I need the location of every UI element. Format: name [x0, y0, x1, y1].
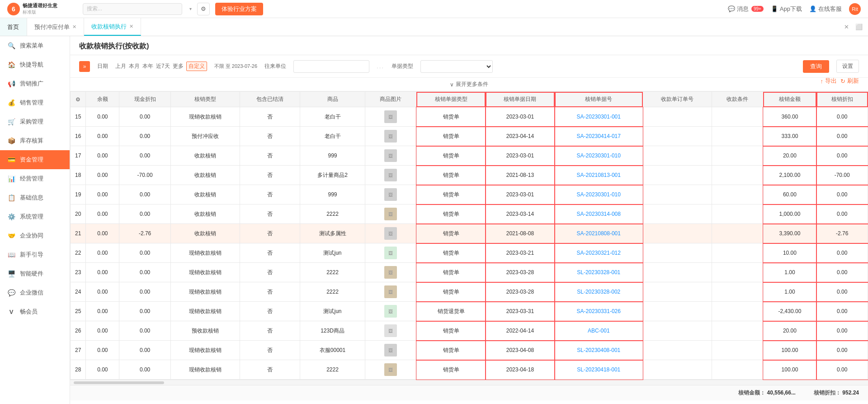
row-receipt-order-no — [643, 321, 712, 341]
row-cancel-amount: 20.00 — [763, 321, 816, 341]
sidebar-item-search[interactable]: 🔍 搜索菜单 — [0, 36, 70, 55]
row-settings-icon[interactable]: 18 — [71, 166, 86, 185]
table-row: 240.000.00现销收款核销否2222🖼销货单2023-03-28SL-20… — [71, 282, 868, 302]
row-settings-icon[interactable]: 21 — [71, 224, 86, 243]
cancel-number-link[interactable]: SA-20230301-010 — [577, 191, 621, 198]
cancel-number-link[interactable]: SL-20230408-001 — [577, 347, 620, 353]
date-this-year[interactable]: 本年 — [142, 62, 153, 70]
row-goods-img: 🖼 — [365, 243, 416, 263]
filter-settings-button[interactable]: 设置 — [836, 60, 859, 73]
messages-button[interactable]: 💬 消息 99+ — [728, 5, 764, 13]
row-cash-discount: 0.00 — [119, 146, 170, 166]
table-footer: 核销金额： 40,556,66... 核销折扣： 952.24 — [70, 385, 868, 400]
row-settings-icon[interactable]: 15 — [71, 107, 86, 127]
sidebar-item-inventory[interactable]: 📦 库存核算 — [0, 131, 70, 150]
cancel-number-link[interactable]: SA-20230301-010 — [577, 152, 621, 159]
row-receipt-order-no — [643, 166, 712, 185]
date-last-month[interactable]: 上月 — [115, 62, 126, 70]
main-layout: 🔍 搜索菜单 🏠 快捷导航 📢 营销推广 💰 销售管理 🛒 采购管理 📦 库存核… — [0, 36, 868, 404]
row-goods-img: 🖼 — [365, 263, 416, 282]
cancel-number-link[interactable]: SA-20230301-001 — [577, 114, 621, 120]
row-settings-icon[interactable]: 26 — [71, 321, 86, 341]
app-download-button[interactable]: 📱 App下载 — [771, 5, 802, 13]
row-cancel-type: 预收款核销 — [170, 321, 240, 341]
cancel-number-link[interactable]: SA-20230321-012 — [577, 250, 621, 256]
col-header-goods-img: 商品图片 — [365, 92, 416, 107]
query-button[interactable]: 查询 — [803, 60, 829, 73]
row-settings-icon[interactable]: 22 — [71, 243, 86, 263]
dropdown-arrow-icon[interactable]: ▾ — [189, 6, 192, 11]
date-this-month[interactable]: 本月 — [129, 62, 140, 70]
cancel-number-link[interactable]: SL-20230328-002 — [577, 289, 620, 295]
cancel-number-link[interactable]: SA-20230314-008 — [577, 211, 621, 217]
sidebar-item-marketing[interactable]: 📢 营销推广 — [0, 74, 70, 93]
sidebar-item-sales[interactable]: 💰 销售管理 — [0, 93, 70, 112]
avatar[interactable]: Rit — [849, 3, 861, 15]
tab-prepay-label: 预付冲应付单 — [34, 23, 70, 31]
cancel-number-link[interactable]: ABC-001 — [588, 328, 610, 334]
cancel-number-link[interactable]: SA-20210808-001 — [577, 230, 621, 237]
logo-area: 6 畅捷通谱好生意 标准版 — [7, 2, 77, 15]
row-settings-icon[interactable]: 17 — [71, 146, 86, 166]
sidebar-item-purchase[interactable]: 🛒 采购管理 — [0, 112, 70, 131]
row-settings-icon[interactable]: 27 — [71, 341, 86, 360]
sidebar-item-guide[interactable]: 📖 新手引导 — [0, 245, 70, 264]
row-goods: 多计量商品2 — [300, 166, 365, 185]
sidebar-item-operation[interactable]: 📊 经营管理 — [0, 169, 70, 188]
sidebar-item-hardware[interactable]: 🖥️ 智能硬件 — [0, 264, 70, 283]
counterpart-input[interactable] — [293, 60, 369, 73]
settings-icon[interactable]: ⚙ — [197, 3, 210, 15]
row-goods-img: 🖼 — [365, 127, 416, 146]
tab-prepay[interactable]: 预付冲应付单 ✕ — [27, 18, 84, 36]
sidebar-item-wechat[interactable]: 💬 企业微信 — [0, 283, 70, 302]
row-settings-icon[interactable]: 20 — [71, 204, 86, 224]
row-settings-icon[interactable]: 28 — [71, 360, 86, 380]
expand-more-bar[interactable]: ∨ 展开更多条件 — [70, 78, 868, 91]
row-include-settled: 否 — [240, 263, 300, 282]
cancel-number-link[interactable]: SL-20230418-001 — [577, 366, 620, 373]
row-settings-icon[interactable]: 24 — [71, 282, 86, 302]
filter-expand-button[interactable]: » — [79, 61, 90, 72]
row-balance: 0.00 — [86, 224, 119, 243]
export-button[interactable]: ↑ 导出 — [821, 77, 837, 85]
sidebar-item-system[interactable]: ⚙️ 系统管理 — [0, 207, 70, 226]
online-service-button[interactable]: 👤 在线客服 — [809, 5, 842, 13]
cancel-number-link[interactable]: SA-20230414-017 — [577, 133, 621, 139]
sidebar-item-cooperation[interactable]: 🤝 企业协同 — [0, 226, 70, 245]
row-cancel-date: 2023-03-28 — [486, 263, 555, 282]
tab-home[interactable]: 首页 — [0, 18, 27, 36]
row-settings-icon[interactable]: 19 — [71, 185, 86, 204]
table-row: 270.000.00现销收款核销否衣服00001🖼销货单2023-04-08SL… — [71, 341, 868, 360]
row-settings-icon[interactable]: 16 — [71, 127, 86, 146]
cancel-number-link[interactable]: SL-20230328-001 — [577, 269, 620, 276]
sidebar-item-finance[interactable]: 💳 资金管理 — [0, 150, 70, 169]
date-more[interactable]: 更多 — [173, 62, 184, 70]
cancel-number-link[interactable]: SA-20230331-026 — [577, 308, 621, 314]
cancel-number-link[interactable]: SA-20210813-001 — [577, 172, 621, 178]
tab-expand-icon[interactable]: ⬜ — [854, 22, 864, 33]
sidebar-item-quicknav[interactable]: 🏠 快捷导航 — [0, 55, 70, 74]
row-goods-img: 🖼 — [365, 204, 416, 224]
row-goods-img: 🖼 — [365, 185, 416, 204]
row-cancel-voucher-type: 销货退货单 — [416, 302, 486, 321]
row-settings-icon[interactable]: 25 — [71, 302, 86, 321]
row-cancel-discount: 0.00 — [816, 341, 868, 360]
horizontal-scrollbar[interactable] — [70, 380, 868, 385]
date-custom[interactable]: 自定义 — [186, 62, 207, 71]
top-search-bar: 搜索... — [83, 3, 182, 15]
tab-prepay-close-icon[interactable]: ✕ — [72, 24, 76, 30]
date-7days[interactable]: 近7天 — [156, 62, 170, 70]
sidebar-item-member[interactable]: V 畅会员 — [0, 302, 70, 321]
data-table-container: ⚙ 余额 现金折扣 核销类型 包含已结清 商品 商品图片 核销单据类型 核销单据… — [70, 91, 868, 404]
sidebar-item-basic[interactable]: 📋 基础信息 — [0, 188, 70, 207]
voucher-type-select[interactable] — [420, 60, 493, 73]
row-settings-icon[interactable]: 23 — [71, 263, 86, 282]
tab-collection[interactable]: 收款核销执行 ✕ — [84, 18, 141, 36]
col-header-settings[interactable]: ⚙ — [71, 92, 86, 107]
row-cancel-amount: 1.00 — [763, 282, 816, 302]
trial-button[interactable]: 体验行业方案 — [215, 3, 263, 15]
row-receipt-order-no — [643, 185, 712, 204]
tab-close-all-icon[interactable]: ✕ — [841, 22, 852, 33]
refresh-button[interactable]: ↻ 刷新 — [840, 77, 859, 85]
tab-collection-close-icon[interactable]: ✕ — [129, 24, 133, 29]
